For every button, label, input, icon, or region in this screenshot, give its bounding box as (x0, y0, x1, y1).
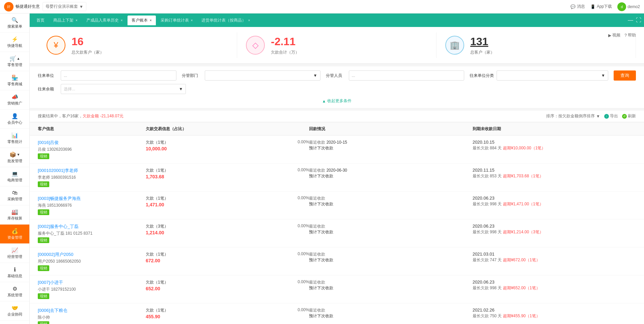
sidebar-item-basic[interactable]: ℹ 基础信息 (0, 263, 29, 282)
filter-select-category[interactable]: ▼ (497, 70, 608, 81)
col-header-duedate: 到期未收款日期 (473, 126, 636, 132)
stat-number-debt: -2.11 (271, 35, 428, 48)
debt-count-5: 欠款（1笔） (146, 252, 289, 257)
sidebar-item-marketing[interactable]: 📣 营销推广 (0, 90, 29, 110)
refresh-btn[interactable]: ↺ 刷新 (622, 113, 636, 119)
filter-person-dots: ... (352, 73, 355, 78)
user-profile[interactable]: d demo2 (617, 2, 640, 11)
tab-products-off-close[interactable]: × (76, 19, 78, 22)
results-summary: 搜索结果中，客户16家 (38, 114, 79, 118)
export-icon: ↑ (604, 114, 609, 119)
sidebar-item-retail-mgmt[interactable]: 🛒 ▲ 零售管理 (0, 52, 29, 71)
sidebar-item-ecom[interactable]: 💻 电商管理 (0, 167, 29, 186)
customer-name-link-3[interactable]: [0003]畅捷服务尹海燕 (38, 196, 81, 201)
stat-block-debt: ◇ -2.11 欠款合计（万） (237, 32, 437, 58)
sidebar-item-retail-store[interactable]: 🏪 零售商城 (0, 71, 29, 90)
sidebar-item-member[interactable]: 👤 会员中心 (0, 110, 29, 129)
tab-purchase-order-close[interactable]: × (191, 19, 193, 22)
tab-products-off-label: 商品上下架 (53, 18, 74, 23)
overdue-link-2[interactable]: 超期¥1,703.68（1笔） (503, 174, 543, 178)
sidebar-item-warehouse[interactable]: 🏭 库存核算 (0, 205, 29, 225)
filter-input-unit[interactable]: ... (61, 70, 176, 81)
sidebar-item-operations[interactable]: 📈 经营管理 (0, 244, 29, 263)
video-btn[interactable]: ▶ 视频 (608, 32, 620, 38)
tab-product-history[interactable]: 产成品入库单历史 × (82, 16, 127, 25)
overdue-link-6[interactable]: 超期¥652.00（1笔） (503, 286, 540, 290)
due-date-6: 2020.06.23 (473, 279, 636, 285)
store-chevron-icon: ▼ (79, 4, 83, 9)
sidebar-item-capital[interactable]: 💰 资金管理 (0, 225, 29, 244)
overdue-link-3[interactable]: 超期¥1,471.00（1笔） (503, 202, 543, 206)
filter-input-person[interactable]: ... (349, 70, 465, 81)
filter-section: 往来单位 ... 分管部门 ▼ (30, 66, 644, 108)
tab-customer-account[interactable]: 客户账本 × (128, 16, 156, 25)
tab-customer-account-close[interactable]: × (150, 19, 152, 22)
overdue-link-7[interactable]: 超期¥455.90（1笔） (503, 314, 540, 318)
help-icon: ? (624, 33, 627, 38)
last-payment-1: 最近收款 2020-10-15 (309, 140, 472, 145)
sort-label: 排序：按欠款金额倒序排序 (546, 113, 595, 119)
sort-chevron-icon: ▼ (596, 114, 600, 119)
sidebar-item-retail-stats[interactable]: 📊 零售统计 (0, 129, 29, 148)
customer-info-5: [000002]用户2050 用户2050 18665062050 现销 (38, 252, 146, 271)
tab-purchase-order-label: 采购订单统计表 (161, 18, 189, 23)
tab-minimize-icon[interactable]: — (628, 17, 633, 23)
last-payment-2: 最近收款 2020-06-30 (309, 168, 472, 173)
purchase-icon: 🛍 (12, 190, 18, 196)
app-download-btn[interactable]: 📱 App下载 (590, 4, 612, 9)
customer-name-link-1[interactable]: [0016]吕俊 (38, 140, 59, 145)
customer-info-1: [0016]吕俊 吕俊 13026203696 现销 (38, 140, 146, 159)
tab-import-stats[interactable]: 进货单统计表（按商品） × (197, 16, 254, 25)
tab-maximize-icon[interactable]: ⛶ (636, 17, 641, 23)
tab-purchase-order[interactable]: 采购订单统计表 × (157, 16, 197, 25)
stat-info-customers: 16 总欠款客户（家） (72, 35, 229, 55)
next-payment-2: 预计下次收款 (309, 173, 472, 179)
customer-name-link-4[interactable]: [0002]服务中心_丁磊 (38, 224, 79, 229)
customer-phone-6: 小进干 18279152100 (38, 287, 146, 292)
marketing-icon: 📣 (11, 94, 18, 100)
tab-product-history-close[interactable]: × (121, 19, 123, 22)
customer-name-link-5[interactable]: [000002]用户2050 (38, 252, 74, 257)
sidebar-item-quick-nav[interactable]: ⚡ 快捷导航 (0, 33, 29, 52)
results-info: 搜索结果中，客户16家，欠款金额 -21,148.07元 (38, 113, 123, 119)
message-btn[interactable]: 💬 消息 (570, 4, 585, 9)
payment-info-5: 最近收款 预计下次收款 (309, 252, 472, 263)
sidebar-item-search-menu[interactable]: 🔍 搜索菜单 (0, 13, 29, 33)
debt-count-4: 欠款（3笔） (146, 224, 289, 229)
retail-mgmt-icon: 🛒 (9, 55, 16, 62)
sidebar-item-system[interactable]: ⚙ 系统管理 (0, 282, 29, 301)
tab-products-off[interactable]: 商品上下架 × (49, 16, 82, 25)
avatar: d (617, 2, 626, 11)
overdue-link-4[interactable]: 超期¥1,214.00（3笔） (503, 230, 543, 234)
sort-select[interactable]: 排序：按欠款金额倒序排序 ▼ (546, 113, 600, 119)
export-btn[interactable]: ↑ 导出 (604, 113, 618, 119)
customer-info-6: [0007]小进干 小进干 18279152100 现销 (38, 279, 146, 299)
tab-home[interactable]: 首页 (32, 16, 49, 25)
overdue-link-1[interactable]: 超期¥10,000.00（1笔） (503, 146, 546, 150)
stat-icon-total: 🏢 (445, 35, 465, 55)
help-btn[interactable]: ? 帮助 (624, 32, 636, 38)
customer-name-link-2[interactable]: [0001020001]李老师 (38, 168, 78, 173)
overdue-link-5[interactable]: 超期¥672.00（1笔） (503, 258, 540, 262)
sidebar-item-purchase[interactable]: 🛍 采购管理 (0, 186, 29, 205)
customer-name-link-6[interactable]: [0007]小进干 (38, 280, 63, 285)
filter-dropdown-balance[interactable]: 选择... ▼ (61, 84, 186, 94)
customer-tag-3: 现销 (38, 209, 49, 215)
debt-ratio-4: 0.00% (298, 224, 309, 228)
filter-select-dept[interactable]: ▼ (205, 70, 320, 81)
sidebar-item-batch-mgmt[interactable]: 📦 ▼ 批发管理 (0, 148, 29, 167)
table-row: [0016]吕俊 吕俊 13026203696 现销 欠款（1笔） 10,000… (30, 136, 644, 164)
last-payment-7: 最近收款 (309, 307, 472, 313)
debt-count-7: 欠款（1笔） (146, 307, 289, 313)
tab-import-stats-close[interactable]: × (248, 19, 250, 22)
table-header: 客户信息 欠款交易信息（占比） 回款情况 到期未收款日期 (30, 123, 644, 136)
sidebar-label-search: 搜索菜单 (7, 24, 22, 29)
customer-name-link-7[interactable]: [0006]去下粮仓 (38, 308, 67, 313)
search-button[interactable]: 查询 (614, 70, 636, 81)
store-selector[interactable]: 母婴行业演示账套 ▼ (43, 2, 86, 11)
sidebar-item-newguide[interactable]: 🎯 新手引导 (0, 321, 29, 324)
customer-tag-1: 现销 (38, 153, 49, 159)
sidebar-item-enterprise[interactable]: 🤝 企业协同 (0, 301, 29, 321)
collapse-filter-btn[interactable]: ▲ 收起更多条件 (322, 98, 352, 104)
last-payment-3: 最近收款 (309, 196, 472, 201)
